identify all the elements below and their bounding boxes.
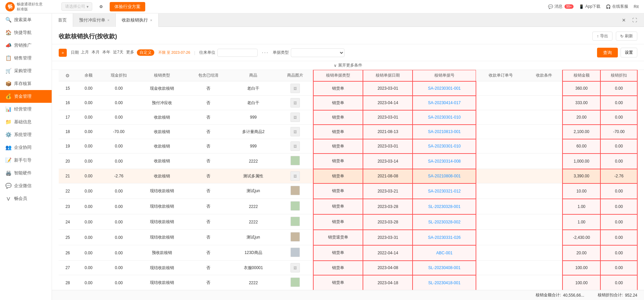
sidebar-icon: 📣 xyxy=(5,42,11,48)
cell-verify_no[interactable]: SA-20230321-012 xyxy=(413,183,476,199)
verify-no-link[interactable]: SA-20230314-008 xyxy=(428,159,461,164)
cell-verify_no[interactable]: SL-20230418-001 xyxy=(413,275,476,290)
app-download-btn[interactable]: 📱 App下载 xyxy=(579,4,600,9)
cell-product_img xyxy=(277,245,313,261)
cell-verify_no[interactable]: SA-20230314-008 xyxy=(413,154,476,169)
cell-verify_bill_type: 销货单 xyxy=(313,261,363,275)
sidebar-item-采购管理[interactable]: 🛒采购管理 xyxy=(0,65,52,77)
sidebar-item-基础信息[interactable]: 📁基础信息 xyxy=(0,116,52,128)
cell-verify_amount: 60.00 xyxy=(562,139,601,154)
export-button[interactable]: ↑ 导出 xyxy=(592,32,612,41)
verify-no-link[interactable]: SA-20230301-010 xyxy=(428,144,461,148)
cell-included_settled: 否 xyxy=(187,261,230,275)
query-button[interactable]: 查询 xyxy=(597,48,618,57)
cell-verify_no[interactable]: SA-20230414-017 xyxy=(413,96,476,110)
product-img: 🖼 xyxy=(290,127,300,136)
cell-product_img xyxy=(277,230,313,245)
cell-verify_bill_type: 销货单 xyxy=(313,96,363,110)
cell-verify_amount: 2,100.00 xyxy=(562,125,601,139)
date-more[interactable]: 更多 xyxy=(126,49,134,56)
settings-icon-btn[interactable]: ⚙ xyxy=(96,2,106,11)
sidebar-label: 畅会员 xyxy=(14,196,27,202)
verify-no-link[interactable]: SA-20210808-001 xyxy=(428,174,461,178)
verify-no-link[interactable]: SA-20230331-026 xyxy=(428,235,461,240)
sidebar-item-搜索菜单[interactable]: 🔍搜索菜单 xyxy=(0,13,52,26)
verify-no-link[interactable]: SL-20230418-001 xyxy=(428,281,461,285)
cell-verify_no[interactable]: SA-20230301-010 xyxy=(413,139,476,154)
more-filters-dots[interactable]: ··· xyxy=(262,49,269,56)
cell-verify_date: 2023-03-31 xyxy=(363,230,413,245)
sidebar-item-新手引导[interactable]: 📝新手引导 xyxy=(0,154,52,167)
cell-product_img xyxy=(277,183,313,199)
sidebar-item-营销推广[interactable]: 📣营销推广 xyxy=(0,39,52,52)
cell-verify_date: 2023-03-28 xyxy=(363,199,413,214)
date-7days[interactable]: 近7天 xyxy=(113,49,123,56)
filter-expand-btn[interactable]: » xyxy=(59,49,67,57)
cell-index: 27 xyxy=(59,261,77,275)
cell-verify_discount: 0.00 xyxy=(600,275,637,290)
trial-button[interactable]: 体验行业方案 xyxy=(110,2,145,11)
maximize-btn[interactable]: ⛶ xyxy=(631,16,639,24)
online-service-btn[interactable]: 🎧 在线客服 xyxy=(606,4,628,9)
col-header-verify_discount: 核销折扣 xyxy=(600,70,637,81)
cell-verify_no[interactable]: SL-20230328-002 xyxy=(413,214,476,230)
company-selector[interactable]: 请选择公司 ▾ xyxy=(61,2,92,11)
verify-no-link[interactable]: SL-20230328-001 xyxy=(428,204,461,209)
product-img xyxy=(290,186,300,195)
tab-收款核销执行[interactable]: 收款核销执行× xyxy=(116,13,158,27)
sidebar-item-资金管理[interactable]: 💰资金管理 xyxy=(0,90,52,103)
sidebar-item-畅会员[interactable]: V畅会员 xyxy=(0,192,52,205)
filter-settings-btn[interactable]: 设置 xyxy=(621,48,637,57)
close-window-btn[interactable]: ✕ xyxy=(620,16,628,24)
partner-input[interactable] xyxy=(217,49,258,57)
product-img xyxy=(290,201,300,211)
message-btn[interactable]: 💬 消息 99+ xyxy=(548,4,574,9)
cell-verify_type: 收款核销 xyxy=(137,154,187,169)
sidebar-item-企业微信[interactable]: 💬企业微信 xyxy=(0,179,52,192)
col-header-included_settled: 包含已结清 xyxy=(187,70,230,81)
refresh-button[interactable]: ↻ 刷新 xyxy=(616,32,637,41)
verify-no-link[interactable]: SA-20230301-010 xyxy=(428,115,461,120)
verify-no-link[interactable]: SA-20210813-001 xyxy=(428,129,461,134)
tab-预付冲应付单[interactable]: 预付冲应付单× xyxy=(73,13,116,27)
filter-bar: » 日期 上月 本月 本年 近7天 更多 自定义 不限 至 2023-07-26… xyxy=(52,44,644,61)
verify-no-link[interactable]: SA-20230321-012 xyxy=(428,189,461,194)
sidebar-item-经营管理[interactable]: 📊经营管理 xyxy=(0,103,52,116)
sidebar-item-系统管理[interactable]: ⚙️系统管理 xyxy=(0,128,52,141)
verify-no-link[interactable]: SL-20230328-002 xyxy=(428,220,461,224)
cell-verify_no[interactable]: SL-20230328-001 xyxy=(413,199,476,214)
col-header-verify_date: 核销单据日期 xyxy=(363,70,413,81)
expand-more-btn[interactable]: ∨ 展开更多条件 xyxy=(334,62,362,68)
verify-no-link[interactable]: SA-20230301-001 xyxy=(428,86,461,91)
cell-verify_no[interactable]: SA-20210808-001 xyxy=(413,169,476,183)
tab-首页[interactable]: 首页 xyxy=(52,13,73,27)
tab-close-btn[interactable]: × xyxy=(107,18,109,22)
sidebar-item-智能硬件[interactable]: 🖨️智能硬件 xyxy=(0,167,52,179)
cell-verify_no[interactable]: SA-20230301-001 xyxy=(413,81,476,96)
bill-type-select[interactable] xyxy=(291,48,344,57)
sidebar-icon: 🖨️ xyxy=(5,170,11,176)
verify-no-link[interactable]: ABC-001 xyxy=(436,251,452,255)
date-this-month[interactable]: 本月 xyxy=(92,49,100,56)
verify-no-link[interactable]: SL-20230408-001 xyxy=(428,265,461,270)
sidebar-item-销售管理[interactable]: 📋销售管理 xyxy=(0,52,52,65)
table-area[interactable]: ⚙余额现金折扣核销类型包含已结清商品商品图片核销单据类型核销单据日期核销单据号收… xyxy=(52,70,644,290)
cell-receipt_condition xyxy=(526,199,562,214)
refresh-icon: ↻ xyxy=(620,34,624,39)
sidebar-item-库存核算[interactable]: 📦库存核算 xyxy=(0,77,52,90)
sidebar-item-企业协同[interactable]: 👥企业协同 xyxy=(0,141,52,154)
cell-verify_no[interactable]: SA-20230301-010 xyxy=(413,110,476,125)
date-this-year[interactable]: 本年 xyxy=(102,49,110,56)
cell-verify_no[interactable]: ABC-001 xyxy=(413,245,476,261)
cell-verify_bill_type: 销货单 xyxy=(313,125,363,139)
cell-verify_no[interactable]: SL-20230408-001 xyxy=(413,261,476,275)
table-settings-gear[interactable]: ⚙ xyxy=(65,73,70,78)
sidebar-item-快捷导航[interactable]: 🏠快捷导航 xyxy=(0,26,52,39)
cell-verify_no[interactable]: SA-20230331-026 xyxy=(413,230,476,245)
user-name[interactable]: Rit xyxy=(634,4,639,9)
tab-close-btn[interactable]: × xyxy=(150,18,152,22)
date-last-month[interactable]: 上月 xyxy=(81,49,89,56)
verify-no-link[interactable]: SA-20230414-017 xyxy=(428,100,461,105)
date-custom[interactable]: 自定义 xyxy=(137,49,154,56)
cell-verify_no[interactable]: SA-20210813-001 xyxy=(413,125,476,139)
